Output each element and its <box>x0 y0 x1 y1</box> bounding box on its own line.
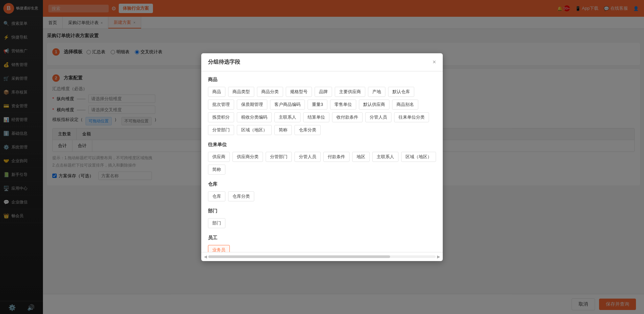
field-tag[interactable]: 拣货积分 <box>208 112 234 122</box>
field-tag[interactable]: 主联系人 <box>274 112 301 122</box>
modal-close-button[interactable]: × <box>432 59 436 66</box>
field-tag[interactable]: 分管部门 <box>266 152 292 162</box>
field-tag[interactable]: 默认仓库 <box>388 87 414 97</box>
field-tag[interactable]: 默认供应商 <box>359 100 389 110</box>
field-tag[interactable]: 主要供应商 <box>335 87 365 97</box>
field-tag[interactable]: 主联系人 <box>372 152 398 162</box>
modal-overlay: 分组待选字段 × 商品 商品 商品类型 商品分类 规格型号 品牌 主要供应商 产… <box>0 0 644 314</box>
field-tag[interactable]: 供应商分类 <box>232 152 263 162</box>
field-tag[interactable]: 部门 <box>208 218 225 228</box>
field-select-modal: 分组待选字段 × 商品 商品 商品类型 商品分类 规格型号 品牌 主要供应商 产… <box>201 53 443 261</box>
field-tag[interactable]: 税收分类编码 <box>237 112 272 122</box>
field-section-goods: 商品 商品 商品类型 商品分类 规格型号 品牌 主要供应商 产地 默认仓库 批次… <box>208 77 436 135</box>
field-section-warehouse: 仓库 仓库 仓库分类 <box>208 181 436 201</box>
modal-hscrollbar[interactable]: ◀ ▶ <box>201 252 443 261</box>
field-tag[interactable]: 产地 <box>368 87 385 97</box>
field-tag[interactable]: 客户商品编码 <box>270 100 305 110</box>
horizontal-scrollbar[interactable] <box>208 255 436 258</box>
field-tag[interactable]: 结算单位 <box>303 112 329 122</box>
field-section-staff: 员工 业务员 <box>208 235 436 252</box>
dept-field-grid: 部门 <box>208 218 436 228</box>
field-tag[interactable]: 商品别名 <box>392 100 418 110</box>
field-tag[interactable]: 商品 <box>208 87 225 97</box>
field-tag[interactable]: 零售单位 <box>330 100 356 110</box>
field-tag[interactable]: 商品分类 <box>257 87 283 97</box>
section-goods-label: 商品 <box>208 77 436 83</box>
field-tag[interactable]: 地区 <box>352 152 370 162</box>
field-tag[interactable]: 分管人员 <box>365 112 391 122</box>
field-tag[interactable]: 重量3 <box>308 100 327 110</box>
field-tag[interactable]: 品牌 <box>315 87 332 97</box>
field-tag[interactable]: 简称 <box>208 165 225 175</box>
warehouse-field-grid: 仓库 仓库分类 <box>208 191 436 201</box>
field-section-dept: 部门 部门 <box>208 208 436 228</box>
field-tag[interactable]: 简称 <box>274 125 292 135</box>
field-tag[interactable]: 商品类型 <box>228 87 254 97</box>
scroll-left-icon[interactable]: ◀ <box>204 254 207 259</box>
section-dept-label: 部门 <box>208 208 436 214</box>
field-tag[interactable]: 仓库分类 <box>228 191 254 201</box>
field-tag[interactable]: 付款条件 <box>323 152 350 162</box>
field-tag[interactable]: 分管人员 <box>294 152 321 162</box>
field-section-contact: 往来单位 供应商 供应商分类 分管部门 分管人员 付款条件 地区 主联系人 区域… <box>208 142 436 175</box>
field-tag[interactable]: 区域（地区） <box>401 152 436 162</box>
field-tag[interactable]: 供应商 <box>208 152 230 162</box>
goods-field-grid: 商品 商品类型 商品分类 规格型号 品牌 主要供应商 产地 默认仓库 批次管理 … <box>208 87 436 135</box>
modal-body: 商品 商品 商品类型 商品分类 规格型号 品牌 主要供应商 产地 默认仓库 批次… <box>201 71 443 252</box>
modal-header: 分组待选字段 × <box>201 53 443 71</box>
scroll-right-icon[interactable]: ▶ <box>437 254 440 259</box>
field-tag[interactable]: 仓库 <box>208 191 225 201</box>
field-tag[interactable]: 收付款条件 <box>332 112 363 122</box>
section-contact-label: 往来单位 <box>208 142 436 148</box>
modal-title: 分组待选字段 <box>208 59 240 66</box>
field-tag[interactable]: 分管部门 <box>208 125 234 135</box>
staff-field-grid: 业务员 <box>208 245 436 252</box>
field-tag[interactable]: 往来单位分类 <box>394 112 429 122</box>
field-tag-salesperson[interactable]: 业务员 <box>208 245 230 252</box>
field-tag[interactable]: 批次管理 <box>208 100 234 110</box>
field-tag[interactable]: 仓库分类 <box>294 125 321 135</box>
field-tag[interactable]: 保质期管理 <box>237 100 267 110</box>
section-staff-label: 员工 <box>208 235 436 241</box>
field-tag[interactable]: 区域（地区） <box>237 125 272 135</box>
field-tag[interactable]: 规格型号 <box>286 87 312 97</box>
section-warehouse-label: 仓库 <box>208 181 436 187</box>
contact-field-grid: 供应商 供应商分类 分管部门 分管人员 付款条件 地区 主联系人 区域（地区） … <box>208 152 436 175</box>
